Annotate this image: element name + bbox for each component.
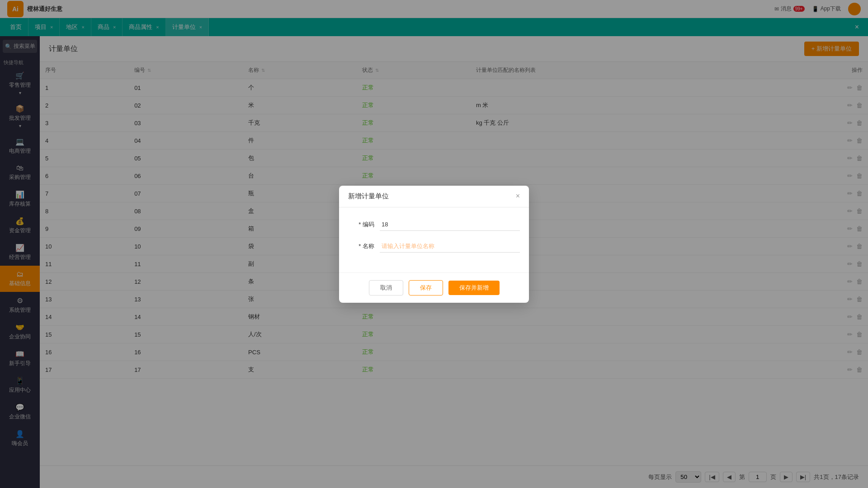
code-input[interactable] [380,218,520,231]
modal-overlay: 新增计量单位 × * 编码 * 名称 取消 保存 保存并新增 [0,0,868,488]
modal-footer: 取消 保存 保存并新增 [339,272,529,303]
modal-header: 新增计量单位 × [339,186,529,207]
modal-title: 新增计量单位 [348,192,389,201]
modal-close-button[interactable]: × [516,192,520,200]
form-row-name: * 名称 [348,240,520,253]
code-label: * 编码 [348,221,380,229]
name-label: * 名称 [348,242,380,250]
modal-body: * 编码 * 名称 [339,207,529,272]
save-button[interactable]: 保存 [409,280,443,296]
name-input[interactable] [380,240,520,253]
add-unit-modal: 新增计量单位 × * 编码 * 名称 取消 保存 保存并新增 [339,186,529,303]
cancel-button[interactable]: 取消 [369,280,403,296]
form-row-code: * 编码 [348,218,520,231]
save-and-new-button[interactable]: 保存并新增 [448,281,500,295]
